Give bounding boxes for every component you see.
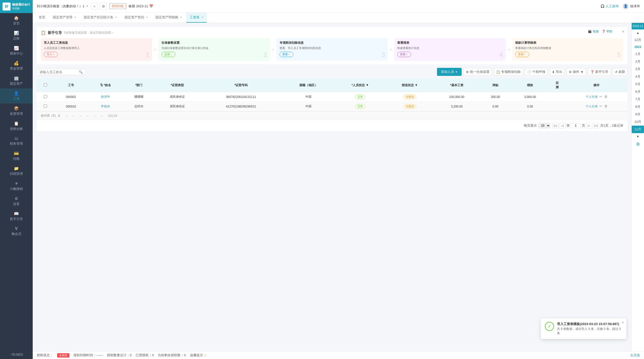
row1-edit-icon[interactable]: ✏ (599, 95, 602, 98)
tab-asset-category-close[interactable]: × (146, 16, 148, 19)
toast-close-btn[interactable]: × (622, 320, 624, 325)
sidebar-item-close[interactable]: 💳 结账 (0, 148, 33, 164)
sidebar-item-archive[interactable]: 📁 归档管理 (0, 164, 33, 179)
sidebar-item-expense[interactable]: ✈ 小畅报销 (0, 179, 33, 194)
sidebar-item-member[interactable]: V 畅会员 (0, 224, 33, 239)
month-5[interactable]: 5月 (632, 80, 644, 88)
tab-fixed-assets-close[interactable]: × (74, 16, 76, 19)
sidebar-item-ledger[interactable]: 📊 总账 (0, 28, 33, 43)
sidebar-item-purchase[interactable]: 📋 进销台账 (0, 119, 33, 134)
tab-fixed-assets[interactable]: 固定资产管理 × (49, 13, 80, 23)
month-11[interactable]: 11月 (632, 126, 644, 133)
settings-btn[interactable]: ⚙ (100, 3, 107, 10)
sidebar-item-invoice[interactable]: 📦 发票管理 (0, 104, 33, 119)
tab-asset-detail-close[interactable]: × (180, 16, 182, 19)
row2-edit-icon[interactable]: ✏ (599, 104, 602, 108)
export-label: 导出 (556, 70, 562, 74)
step-4-title: 查看报表 (397, 41, 502, 45)
month-2[interactable]: 2月 (632, 58, 644, 65)
row1-select[interactable] (44, 95, 47, 98)
tax-report-btn[interactable]: 📄 个税申报 (525, 68, 548, 76)
guide-video-btn[interactable]: 🎬 视频 (588, 29, 598, 34)
guide-close-btn[interactable]: × (622, 29, 624, 34)
page-input[interactable] (571, 123, 581, 128)
operation-btn[interactable]: ⚙ 操作 ▼ (567, 68, 586, 76)
step-3-btn[interactable]: 查看＞ (279, 52, 293, 57)
period-value: 2023-11 (136, 4, 148, 8)
newbie-label: 新手引导 (595, 70, 608, 74)
month-9[interactable]: 9月 (632, 111, 644, 118)
month-1[interactable]: 1月 (632, 50, 644, 58)
report-filter-icon[interactable]: ▼ (415, 83, 418, 87)
month-3[interactable]: 3月 (632, 65, 644, 73)
sidebar-item-finance[interactable]: 💰 资金管理 (0, 58, 33, 73)
sidebar-item-settings[interactable]: ⚙ 设置 (0, 194, 33, 209)
search-input[interactable] (39, 70, 77, 74)
row2-delete-icon[interactable]: 🗑 (604, 104, 608, 108)
sidebar-item-home[interactable]: 🏠 首页 (0, 13, 33, 28)
old-version-tag[interactable]: 切到旧版 (109, 3, 126, 9)
social-security-btn[interactable]: ⚙ 统一社保设置 (464, 68, 492, 76)
special-deduction-btn[interactable]: 📋 专项附加扣除 (494, 68, 523, 76)
sidebar-item-tax[interactable]: 🗂 税务管理 (0, 134, 33, 148)
per-page-select[interactable]: 10 20 50 (538, 123, 550, 128)
row2-social-link[interactable]: 个人社保 (586, 105, 598, 108)
row1-social-link[interactable]: 个人社保 (586, 95, 598, 98)
add-person-btn[interactable]: 添加人员 ▼ (437, 68, 462, 76)
col-report-status: 报送状态 ▼ (386, 78, 434, 92)
refresh-btn[interactable]: ↺ 刷新 (613, 68, 627, 76)
page-label: 第 (567, 123, 570, 128)
calendar-icon[interactable]: 📅 (149, 4, 153, 8)
step-3-title: 专项附加扣除信息 (279, 41, 385, 45)
month-6[interactable]: 6月 (632, 88, 644, 95)
step-4-btn[interactable]: 查看＞ (397, 52, 411, 57)
add-account-btn[interactable]: + (91, 3, 98, 10)
month-10[interactable]: 10月 (632, 118, 644, 126)
month-4[interactable]: 4月 (632, 73, 644, 80)
sidebar-item-salary[interactable]: 👤 工资 (0, 88, 33, 104)
row2-name[interactable]: 李俊杰 (88, 102, 123, 111)
sidebar-item-assets[interactable]: 🏢 固定资产 (0, 73, 33, 88)
search-icon[interactable]: 🔍 (79, 70, 83, 74)
tab-salary-close[interactable]: × (202, 16, 203, 19)
first-page-btn[interactable]: |◁ (552, 123, 558, 129)
sidebar-item-reports[interactable]: 📈 报表中心 (0, 43, 33, 58)
month-8[interactable]: 8月 (632, 103, 644, 111)
newbie-guide-btn[interactable]: ❓ 新手引导 (588, 68, 611, 76)
step-2-btn[interactable]: 设置＞ (162, 52, 175, 57)
step-5-desc: 查看税款计算过程及明细数据 (515, 46, 620, 50)
guide-help-btn[interactable]: ❓ 帮助 (602, 29, 612, 34)
tab-depreciation[interactable]: 固定资产折旧统计表 × (80, 13, 120, 23)
go-fill-btn[interactable]: 去充值 (630, 353, 640, 357)
month-12[interactable]: 12月 (632, 36, 644, 44)
calendar-nav-up[interactable]: ▲ (632, 29, 644, 36)
toast-success-icon: ✓ (545, 322, 554, 331)
sidebar: 好 畅捷通好会计 专业版 🏠 首页 📊 总账 📈 报表中心 💰 资金管理 🏢 固… (0, 0, 33, 359)
tab-depreciation-close[interactable]: × (115, 16, 117, 19)
month-7[interactable]: 7月 (632, 95, 644, 103)
tab-salary[interactable]: 工资表 × (186, 13, 207, 23)
step-1-btn[interactable]: 导入＞ (44, 52, 58, 57)
next-page-btn[interactable]: ▷ (586, 123, 592, 129)
tab-asset-detail[interactable]: 固定资产明细账 × (152, 13, 186, 23)
sidebar-item-guide[interactable]: 📖 新手引导 (0, 209, 33, 224)
ai-support-btn[interactable]: 🎧 人工咨询 (600, 4, 619, 9)
calendar-extra-icon[interactable]: ⚙ (636, 141, 640, 147)
select-all-checkbox[interactable] (44, 83, 47, 86)
account-selector[interactable]: 刘小艳演示账套（勿删勿动！）1 ▼ (37, 4, 88, 9)
archive-icon: 📁 (14, 166, 19, 171)
sidebar-unpin[interactable]: ◁取消固定 (0, 350, 33, 359)
step-5-btn[interactable]: 查看＞ (515, 52, 529, 57)
row2-select[interactable] (44, 105, 47, 108)
row2-allowance: 0.00 (479, 102, 511, 111)
tab-asset-category[interactable]: 固定资产类别 × (121, 13, 151, 23)
row1-delete-icon[interactable]: 🗑 (604, 95, 608, 98)
prev-page-btn[interactable]: ◁ (559, 123, 566, 129)
row1-name[interactable]: 徐泽华 (88, 92, 123, 102)
export-btn[interactable]: ⬇ 导出 (550, 68, 565, 76)
calendar-nav-down[interactable]: ▼ (632, 133, 644, 140)
last-page-btn[interactable]: ▷| (593, 123, 599, 129)
guide-step-2: 社保参数设置 完成社保参数设置自动计算社保公积金 设置＞ 2 (158, 38, 270, 61)
tab-home[interactable]: 首页 (35, 13, 49, 23)
status-filter-icon[interactable]: ▼ (366, 83, 369, 87)
